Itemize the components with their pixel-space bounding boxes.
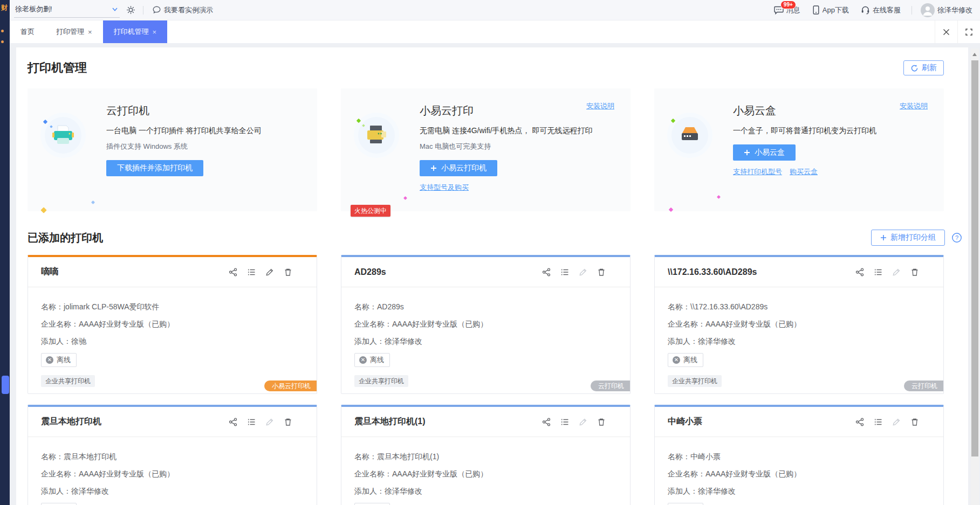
task-list-icon[interactable] [560,268,569,276]
printer-adder-row: 添加人：徐驰 [41,336,304,347]
page-title: 打印机管理 [28,60,87,76]
share-icon[interactable] [855,268,864,276]
sparkle-icon [40,207,46,213]
help-icon[interactable]: ? [951,232,962,243]
add-xiaoyi-cloud-printer-button[interactable]: 小易云打印机 [420,160,497,176]
share-icon[interactable] [855,418,864,426]
tab-label: 打印管理 [56,27,84,37]
printer-management-panel: 打印机管理 刷新 [16,47,968,505]
fullscreen-icon [965,29,972,36]
delete-icon[interactable] [597,418,606,426]
task-list-icon[interactable] [560,418,569,426]
promo-card-xiaoyi-cloud-box: 安装说明 [654,88,944,211]
shared-printer-tag: 企业共享打印机 [41,375,95,387]
printer-adder-row: 添加人：徐泽华修改 [354,336,617,347]
task-list-icon[interactable] [247,268,256,276]
scrollbar-thumb[interactable] [971,60,978,456]
content-area: 打印机管理 刷新 [10,43,980,505]
fullscreen-button[interactable] [957,20,980,43]
added-printers-heading: 已添加的打印机 [28,231,103,245]
status-badge: ✕离线 [41,353,77,367]
headset-icon [861,5,870,15]
delete-icon[interactable] [284,268,292,276]
printer-adder-row: 添加人：徐泽华修改 [668,336,930,347]
share-icon[interactable] [229,268,237,276]
user-menu[interactable]: 徐泽华修改 [921,3,972,17]
plus-icon [880,234,887,241]
edit-icon[interactable] [265,268,274,276]
offline-icon: ✕ [673,356,680,364]
company-switcher[interactable]: 徐老板勿删! [14,2,120,18]
edit-icon [579,268,587,276]
tab-home[interactable]: 首页 [10,20,45,43]
sparkle-icon [669,207,673,212]
delete-icon[interactable] [910,268,919,276]
printer-adder-row: 添加人：徐泽华修改 [668,486,930,496]
topbar-divider [912,6,912,15]
edit-icon [579,418,587,426]
printer-title: AD289s [354,267,386,277]
printer-title: 中崎小票 [668,416,702,427]
printer-adder-row: 添加人：徐泽华修改 [354,486,617,496]
tab-label: 打印机管理 [114,27,149,37]
share-icon[interactable] [542,418,551,426]
close-tab-icon[interactable]: × [88,28,92,36]
printer-title: 嘀嘀 [41,266,58,278]
vertical-scrollbar[interactable] [971,49,979,505]
app-logo: 财 [1,3,8,12]
printer-name-row: 名称：AD289s [354,301,617,312]
delete-icon[interactable] [910,418,919,426]
demo-link-label: 我要看实例演示 [164,5,213,15]
buy-cloud-box-link[interactable]: 购买云盒 [790,167,818,177]
printer-company-row: 企业名称：AAAA好业财专业版（已购） [354,319,617,329]
install-guide-link[interactable]: 安装说明 [586,101,614,111]
shared-printer-tag: 企业共享打印机 [354,375,408,387]
task-list-icon[interactable] [874,418,882,426]
sidebar-active-indicator[interactable] [2,376,9,394]
tab-print-management[interactable]: 打印管理 × [45,20,103,43]
company-name: 徐老板勿删! [15,4,111,14]
delete-icon[interactable] [284,418,292,426]
printer-name-row: 名称：\\172.16.33.60\AD289s [668,301,930,312]
sidebar-bullet-icon [1,30,4,32]
online-support-button[interactable]: 在线客服 [861,5,901,15]
install-guide-link[interactable]: 安装说明 [900,101,928,111]
refresh-button[interactable]: 刷新 [903,60,944,75]
close-window-button[interactable] [935,20,957,43]
share-icon[interactable] [542,268,551,276]
promo-title: 云打印机 [106,103,262,118]
printer-card: 嘀嘀 名称：jolimark CLP-58WA爱印软件 企业名称：AAAA好业财… [28,255,317,394]
add-print-group-button[interactable]: 新增打印分组 [871,230,945,246]
app-download-label: App下载 [823,5,849,15]
supported-printer-models-link[interactable]: 支持打印机型号 [733,167,782,177]
status-badge: ✕离线 [354,353,390,367]
promo-row: 云打印机 一台电脑 一个打印插件 将打印机共享给全公司 插件仅支持 Window… [28,88,944,211]
tab-label: 首页 [20,27,35,37]
delete-icon[interactable] [597,268,606,276]
printer-title: 震旦本地打印机 [41,416,101,427]
promo-note: Mac 电脑也可完美支持 [420,142,592,151]
share-icon[interactable] [229,418,237,426]
edit-icon [265,418,274,426]
settings-gear-button[interactable] [126,5,135,15]
demo-link[interactable]: 我要看实例演示 [152,5,213,15]
task-list-icon[interactable] [874,268,882,276]
supported-models-purchase-link[interactable]: 支持型号及购买 [420,183,469,192]
close-tab-icon[interactable]: × [153,28,157,36]
tab-bar: 首页 打印管理 × 打印机管理 × [10,20,980,43]
add-print-group-label: 新增打印分组 [890,233,936,243]
add-cloud-box-button[interactable]: 小易云盒 [733,144,796,161]
printer-company-row: 企业名称：AAAA好业财专业版（已购） [41,319,304,329]
download-plugin-label: 下载插件并添加打印机 [117,163,193,173]
sidebar-sliver: 财 [0,0,10,505]
gear-icon [126,5,135,15]
app-download-button[interactable]: App下载 [812,5,849,15]
messages-button[interactable]: 消息 99+ [774,5,800,15]
download-plugin-button[interactable]: 下载插件并添加打印机 [106,160,203,176]
task-list-icon[interactable] [247,418,256,426]
scroll-up-icon[interactable] [972,53,977,56]
tab-printer-management[interactable]: 打印机管理 × [103,20,168,43]
sparkle-icon [717,195,721,199]
printer-company-row: 企业名称：AAAA好业财专业版（已购） [668,468,930,479]
promo-card-cloud-printer: 云打印机 一台电脑 一个打印插件 将打印机共享给全公司 插件仅支持 Window… [28,88,317,211]
